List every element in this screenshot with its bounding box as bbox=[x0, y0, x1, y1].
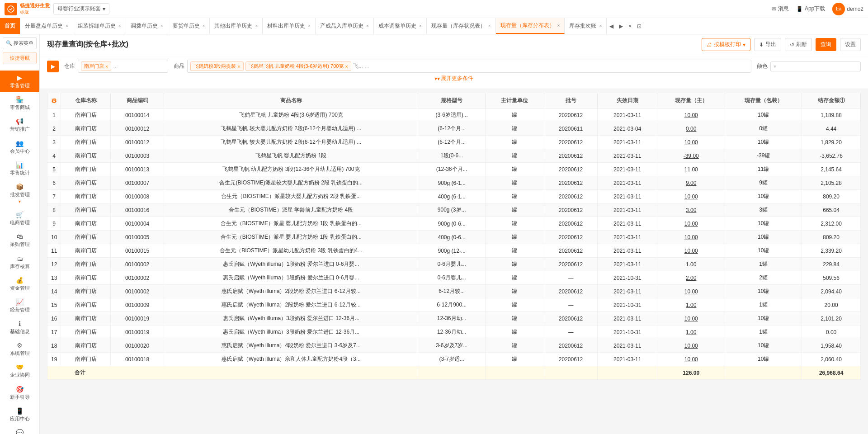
row-qty-pkg: 9罐 bbox=[725, 176, 802, 190]
print-button[interactable]: 🖨 按模板打印 ▾ bbox=[702, 38, 750, 51]
message-button[interactable]: ✉ 消息 bbox=[772, 5, 789, 13]
row-name: 惠氏启赋（Wyeth illuma）4段奶粉 爱尔兰进口 3-6岁及7... bbox=[164, 339, 418, 353]
tab-close-icon[interactable]: × bbox=[599, 24, 602, 28]
search-menu-button[interactable]: 🔍 搜索英单 bbox=[3, 37, 37, 49]
row-qty-main[interactable]: 10.00 bbox=[657, 190, 725, 203]
tab-close-icon[interactable]: × bbox=[66, 24, 68, 28]
tab-close-icon[interactable]: × bbox=[366, 24, 369, 28]
product-more-dots[interactable]: ... bbox=[365, 63, 369, 70]
color-filter: 颜色 ▾ bbox=[757, 61, 861, 71]
tab-fenliang[interactable]: 分量盘点单历史 × bbox=[20, 18, 73, 34]
row-qty-main[interactable]: 10.00 bbox=[657, 108, 725, 122]
row-qty-main[interactable]: 1.00 bbox=[657, 326, 725, 339]
export-button[interactable]: ⬇ 导出 bbox=[754, 38, 781, 51]
warehouse-tag-remove[interactable]: × bbox=[105, 64, 108, 69]
row-qty-main[interactable]: 10.00 bbox=[657, 353, 725, 366]
tab-chengben[interactable]: 成本调整单历史 × bbox=[374, 18, 427, 34]
tab-qitachu[interactable]: 其他出库单历史 × bbox=[210, 18, 263, 34]
row-warehouse: 南岸门店 bbox=[61, 203, 110, 217]
row-qty-main[interactable]: 10.00 bbox=[657, 217, 725, 231]
sidebar-item-finance[interactable]: 💰 资金管理 bbox=[0, 273, 39, 295]
tab-yaohuo[interactable]: 要货单历史 × bbox=[168, 18, 210, 34]
row-amount: 509.56 bbox=[802, 271, 861, 285]
app-download-button[interactable]: 📱 App下载 bbox=[796, 5, 825, 13]
color-input[interactable]: ▾ bbox=[770, 61, 861, 71]
row-qty-main[interactable]: -39.00 bbox=[657, 149, 725, 163]
query-button[interactable]: 查询 bbox=[816, 38, 836, 51]
sidebar-item-collab[interactable]: 🤝 企业协同 bbox=[0, 360, 39, 382]
sidebar-item-marketing[interactable]: 📢 营销推广 bbox=[0, 114, 39, 136]
sidebar-item-wechat[interactable]: 💬 企业微信 bbox=[0, 425, 39, 434]
row-qty-main[interactable]: 10.00 bbox=[657, 136, 725, 149]
row-qty-main[interactable]: 3.00 bbox=[657, 203, 725, 217]
row-qty-main[interactable]: 10.00 bbox=[657, 312, 725, 326]
management-icon: 📈 bbox=[16, 298, 24, 306]
sidebar-item-basic[interactable]: ℹ 基础信息 bbox=[0, 316, 39, 338]
row-qty-main[interactable]: 11.00 bbox=[657, 163, 725, 176]
row-qty-main[interactable]: 10.00 bbox=[657, 244, 725, 258]
sidebar-item-system[interactable]: ⚙ 系统管理 bbox=[0, 338, 39, 360]
tab-close-icon[interactable]: × bbox=[419, 24, 422, 28]
sidebar-item-retail[interactable]: ▶ 零售管理 bbox=[0, 71, 39, 92]
expand-conditions-button[interactable]: ▾▾ 展开更多条件 bbox=[47, 73, 861, 84]
row-num: 19 bbox=[47, 353, 61, 366]
filter-expand-button[interactable]: ▶ bbox=[47, 61, 59, 72]
product-input[interactable]: 飞鹤奶粉3段两提装 × 飞鹤星飞帆 儿童奶粉 4段(3-6岁适用) 700克 ×… bbox=[187, 60, 751, 73]
row-qty-main[interactable]: 10.00 bbox=[657, 339, 725, 353]
sidebar-item-retail-stats[interactable]: 📊 零售统计 bbox=[0, 158, 39, 179]
tab-next-button[interactable]: ▶ bbox=[616, 18, 626, 34]
product-tag-1-remove[interactable]: × bbox=[237, 64, 240, 69]
tab-xiancun2[interactable]: 现存量（库存分布表） × bbox=[496, 18, 565, 34]
footer-total-amount: 26,968.64 bbox=[802, 366, 861, 380]
product-tag-2-remove[interactable]: × bbox=[345, 64, 348, 69]
tab-prev-button[interactable]: ◀ bbox=[607, 18, 616, 34]
row-qty-pkg: 1罐 bbox=[725, 326, 802, 339]
tab-home[interactable]: 首页 bbox=[0, 18, 20, 34]
row-qty-main[interactable]: 10.00 bbox=[657, 231, 725, 244]
row-spec: 900g (12-... bbox=[418, 244, 486, 258]
row-qty-main[interactable]: 2.00 bbox=[657, 271, 725, 285]
tab-xiancun1[interactable]: 现存量（库存状况表） × bbox=[427, 18, 496, 34]
row-unit: 罐 bbox=[486, 203, 544, 217]
sidebar-item-management[interactable]: 📈 经营管理 bbox=[0, 295, 39, 316]
sidebar-item-guide[interactable]: 🎯 新手引导 bbox=[0, 382, 39, 404]
tab-close-icon[interactable]: × bbox=[488, 24, 491, 28]
sidebar-item-store[interactable]: 🏪 零售商城 bbox=[0, 92, 39, 114]
tab-close-all-button[interactable]: × bbox=[626, 18, 634, 34]
quick-nav-button[interactable]: 快捷导航 bbox=[3, 52, 37, 64]
row-num: 15 bbox=[47, 298, 61, 312]
sidebar-item-wholesale[interactable]: 📦 批发管理 ▾ bbox=[0, 179, 39, 208]
tab-close-icon[interactable]: × bbox=[203, 24, 205, 28]
table-row: 8 南岸门店 00100016 合生元（BIOSTIME）派星 学龄前儿童配方奶… bbox=[47, 203, 861, 217]
sidebar-item-ecommerce[interactable]: 🛒 电商管理 bbox=[0, 208, 39, 229]
tab-cailiao[interactable]: 材料出库单历史 × bbox=[263, 18, 316, 34]
tab-zuzhuang[interactable]: 组装拆卸单历史 × bbox=[73, 18, 126, 34]
tab-close-icon[interactable]: × bbox=[255, 24, 258, 28]
tab-menu-button[interactable]: ⊡ bbox=[634, 18, 644, 34]
settings-button[interactable]: 设置 bbox=[840, 38, 861, 51]
tab-close-icon[interactable]: × bbox=[557, 23, 560, 28]
row-qty-main[interactable]: 1.00 bbox=[657, 258, 725, 271]
tab-chanpin[interactable]: 产成品入库单历史 × bbox=[316, 18, 374, 34]
row-qty-main[interactable]: 9.00 bbox=[657, 176, 725, 190]
tab-close-icon[interactable]: × bbox=[308, 24, 311, 28]
warehouse-more[interactable]: ... bbox=[113, 63, 118, 70]
row-qty-main[interactable]: 0.00 bbox=[657, 122, 725, 136]
user-avatar-button[interactable]: Ea demo2 bbox=[832, 3, 863, 15]
row-qty-main[interactable]: 10.00 bbox=[657, 285, 725, 298]
org-selector[interactable]: 母婴行业演示账套 ▾ bbox=[53, 3, 109, 14]
tab-close-icon[interactable]: × bbox=[160, 24, 163, 28]
tab-close-icon[interactable]: × bbox=[118, 24, 121, 28]
search-icon: 🔍 bbox=[6, 40, 12, 46]
sidebar-item-member[interactable]: 👥 会员中心 bbox=[0, 136, 39, 158]
settings-gear-icon[interactable]: ⚙ bbox=[51, 97, 57, 104]
tab-kucun[interactable]: 库存批次账 × bbox=[565, 18, 607, 34]
sidebar-item-inventory[interactable]: 🗂 库存核算 bbox=[0, 251, 39, 273]
sidebar-item-purchase[interactable]: 🛍 采购管理 bbox=[0, 229, 39, 251]
warehouse-input[interactable]: 南岸门店 × ... bbox=[78, 60, 168, 73]
refresh-button[interactable]: ↺ 刷新 bbox=[785, 38, 812, 51]
color-label: 颜色 bbox=[757, 62, 768, 70]
tab-diaobо[interactable]: 调拨单历史 × bbox=[126, 18, 168, 34]
row-qty-main[interactable]: 1.00 bbox=[657, 298, 725, 312]
sidebar-item-appstore[interactable]: 📱 应用中心 bbox=[0, 404, 39, 425]
